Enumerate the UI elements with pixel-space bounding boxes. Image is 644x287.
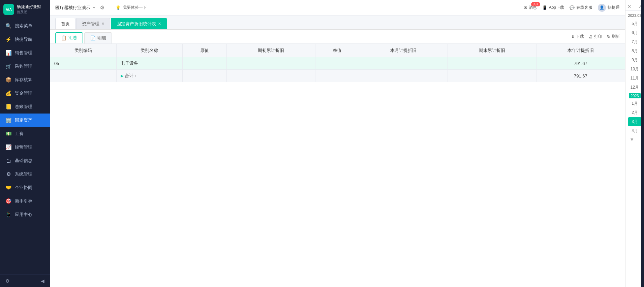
sidebar-icon-search: 🔍 [5,23,11,29]
sidebar-item-salary[interactable]: 💵工资 [0,127,50,140]
print-button[interactable]: 🖨 打印 [589,34,602,39]
sidebar-icon-funds: 💰 [5,90,11,96]
month-item[interactable]: 2月 [628,108,641,117]
col-本年计提折旧: 本年计提折旧 [536,44,625,57]
sidebar-label-sales: 销售管理 [15,50,32,56]
cell-1: 电子设备 [116,57,183,70]
month-item[interactable]: 7月 [628,37,641,46]
sidebar-item-purchase[interactable]: 🛒采购管理 [0,60,50,73]
main-content: 医疗器械行业演示 ▼ ⚙ 💡 我要体验一下 ✉ 消息 99+ 📱 App下载 💬… [50,0,625,287]
cell-4 [315,57,359,70]
sidebar-item-ledger[interactable]: 📒总账管理 [0,100,50,114]
sidebar-icon-quicknav: ⚡ [5,36,11,42]
cell-7: 791.67 [536,57,625,70]
sidebar-item-basicinfo[interactable]: 🗂基础信息 [0,154,50,167]
sidebar-label-basicinfo: 基础信息 [15,158,32,164]
sidebar-header: AtA 畅捷通好业财 普及版 [0,0,50,19]
month-item[interactable]: 5月 [628,19,641,28]
app-download-button[interactable]: 📱 App下载 [542,5,564,10]
tab-home[interactable]: 首页 [55,18,75,29]
sidebar-app-name: 畅捷通好业财 [17,4,41,10]
tab-label-depreciation: 固定资产折旧统计表 [117,21,156,27]
panel-close-icon[interactable]: ✕ [627,4,631,9]
tab-label-home: 首页 [61,21,70,27]
total-cell-6 [448,70,536,82]
month-item[interactable]: 3月 [628,117,641,126]
sidebar-icon-fixedassets: 🏢 [5,117,11,123]
depreciation-table: 类别编码类别名称原值期初累计折旧净值本月计提折旧期末累计折旧本年计提折旧 05电… [50,44,625,82]
tab-close-depreciation[interactable]: ✕ [158,22,161,26]
sidebar-label-quicknav: 快捷导航 [15,36,32,42]
sidebar-label-guide: 新手引导 [15,198,32,204]
service-icon: 💬 [570,5,575,10]
sidebar-item-operations[interactable]: 📈经营管理 [0,140,50,154]
month-item[interactable]: 12月 [628,83,641,92]
total-cell-1: ▶合计： [116,70,183,82]
sidebar-item-sales[interactable]: 📊销售管理 [0,46,50,60]
month-item[interactable]: 10月 [628,65,641,74]
col-期末累计折旧: 期末累计折旧 [448,44,536,57]
subtab-bar: 📋汇总📄明细 ⬇ 下载 🖨 打印 ↻ 刷新 [50,30,625,44]
sidebar-item-collab[interactable]: 🤝企业协同 [0,181,50,194]
sidebar-icon-basicinfo: 🗂 [5,158,11,164]
tab-assets[interactable]: 资产管理✕ [76,18,110,29]
month-item[interactable]: 11月 [628,74,641,83]
sidebar: AtA 畅捷通好业财 普及版 🔍搜索菜单⚡快捷导航📊销售管理🛒采购管理📦库存核算… [0,0,50,287]
topbar: 医疗器械行业演示 ▼ ⚙ 💡 我要体验一下 ✉ 消息 99+ 📱 App下载 💬… [50,0,625,15]
month-item[interactable]: 9月 [628,56,641,65]
user-menu[interactable]: 👤 畅捷通 [598,4,620,12]
total-icon: ▶ [121,74,123,78]
refresh-button[interactable]: ↻ 刷新 [607,34,620,39]
sidebar-item-search[interactable]: 🔍搜索菜单 [0,19,50,33]
page-content: 📋汇总📄明细 ⬇ 下载 🖨 打印 ↻ 刷新 类别编码类 [50,30,625,287]
company-selector[interactable]: 医疗器械行业演示 ▼ [55,5,96,11]
cell-3 [226,57,315,70]
subtab-summary[interactable]: 📋汇总 [55,32,83,43]
sidebar-icon-guide: 🎯 [5,198,11,204]
user-name: 畅捷通 [608,5,620,10]
month-item[interactable]: 4月 [628,126,641,135]
scroll-down-icon[interactable]: ▼ [628,135,641,144]
sidebar-item-fixedassets[interactable]: 🏢固定资产 [0,114,50,127]
month-item[interactable]: 6月 [628,28,641,37]
col-类别名称: 类别名称 [116,44,183,57]
subtab-left: 📋汇总📄明细 [55,32,112,43]
company-settings-icon[interactable]: ⚙ [100,4,104,11]
month-list: 5月6月7月8月9月10月11月12月20231月2月3月4月▼ [628,19,641,144]
col-类别编码: 类别编码 [50,44,117,57]
sidebar-item-sysmanage[interactable]: ⚙系统管理 [0,167,50,181]
subtab-right: ⬇ 下载 🖨 打印 ↻ 刷新 [571,34,620,42]
sidebar-label-inventory: 库存核算 [15,77,32,83]
month-item[interactable]: 8月 [628,46,641,56]
total-cell-2 [183,70,226,82]
settings-icon[interactable]: ⚙ [5,278,10,284]
sidebar-item-inventory[interactable]: 📦库存核算 [0,73,50,87]
month-item[interactable]: 1月 [628,99,641,108]
cell-6 [448,57,536,70]
download-button[interactable]: ⬇ 下载 [571,34,584,39]
sidebar-icon-operations: 📈 [5,144,11,150]
trial-label: 我要体验一下 [123,5,147,10]
total-cell-5 [359,70,448,82]
avatar: 👤 [598,4,606,12]
subtab-detail[interactable]: 📄明细 [84,32,112,43]
print-label: 打印 [594,34,602,39]
service-button[interactable]: 💬 在线客服 [570,5,592,10]
sidebar-item-funds[interactable]: 💰资金管理 [0,87,50,100]
sidebar-footer: ⚙ ◀ [0,275,50,287]
sidebar-item-guide[interactable]: 🎯新手引导 [0,194,50,208]
trial-button[interactable]: 💡 我要体验一下 [116,5,147,10]
tab-depreciation[interactable]: 固定资产折旧统计表✕ [111,18,167,29]
topbar-right: ✉ 消息 99+ 📱 App下载 💬 在线客服 👤 畅捷通 [524,4,620,12]
col-期初累计折旧: 期初累计折旧 [226,44,315,57]
tab-close-assets[interactable]: ✕ [101,22,104,26]
message-button[interactable]: ✉ 消息 99+ [524,5,537,10]
sidebar-label-collab: 企业协同 [15,185,32,191]
app-label: App下载 [549,5,564,10]
refresh-label: 刷新 [612,34,620,39]
sidebar-item-quicknav[interactable]: ⚡快捷导航 [0,33,50,46]
download-icon: ⬇ [571,34,575,39]
sidebar-item-apps[interactable]: 📱应用中心 [0,208,50,221]
subtab-label-summary: 汇总 [68,35,77,41]
collapse-icon[interactable]: ◀ [41,278,44,284]
